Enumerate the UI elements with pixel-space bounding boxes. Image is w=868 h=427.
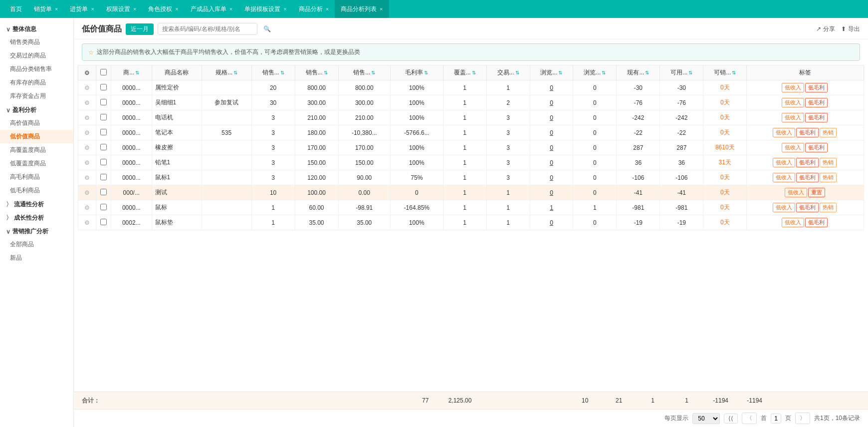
page-size-select[interactable]: 50 100 200 bbox=[692, 413, 720, 424]
nav-roles[interactable]: 角色授权 × bbox=[142, 0, 184, 18]
sidebar-item-category-sales-rate[interactable]: 商品分类销售率 bbox=[0, 62, 73, 76]
first-page-button[interactable]: ⟨⟨ bbox=[724, 414, 738, 424]
nav-sales-order[interactable]: 销货单 × bbox=[28, 0, 64, 18]
prev-page-button[interactable]: 〈 bbox=[742, 413, 757, 424]
checkbox-cell[interactable] bbox=[96, 110, 111, 125]
sidebar-group-overall[interactable]: ∨ 整体信息 bbox=[0, 22, 73, 35]
nav-product-analysis-list[interactable]: 商品分析列表 × bbox=[335, 0, 389, 18]
sidebar-item-sales-goods[interactable]: 销售类商品 bbox=[0, 35, 73, 49]
row-checkbox[interactable] bbox=[100, 219, 107, 225]
view1-link[interactable]: 0 bbox=[550, 129, 553, 136]
row-checkbox[interactable] bbox=[100, 159, 107, 165]
sidebar-item-all-goods[interactable]: 全部商品 bbox=[0, 238, 73, 251]
tags-cell: 低收入低毛利 bbox=[747, 110, 864, 125]
checkbox-cell[interactable] bbox=[96, 80, 111, 95]
view1-link[interactable]: 0 bbox=[550, 99, 553, 106]
view1-cell[interactable]: 0 bbox=[530, 215, 573, 230]
search-input[interactable] bbox=[158, 23, 257, 35]
row-checkbox[interactable] bbox=[100, 129, 107, 135]
share-button[interactable]: ↗ 分享 bbox=[816, 25, 835, 33]
view1-cell[interactable]: 0 bbox=[530, 155, 573, 170]
nav-template-settings[interactable]: 单据模板设置 × bbox=[238, 0, 292, 18]
close-icon[interactable]: × bbox=[133, 6, 136, 12]
nav-permissions[interactable]: 权限设置 × bbox=[100, 0, 142, 18]
view1-link[interactable]: 0 bbox=[550, 219, 553, 226]
close-icon[interactable]: × bbox=[283, 6, 286, 12]
sidebar-item-low-coverage[interactable]: 低覆盖度商品 bbox=[0, 157, 73, 170]
sidebar-item-low-margin[interactable]: 低毛利商品 bbox=[0, 184, 73, 197]
sidebar-item-high-value[interactable]: 高价值商品 bbox=[0, 116, 73, 130]
sidebar-item-low-value[interactable]: 低价值商品 bbox=[0, 130, 73, 143]
view1-link[interactable]: 0 bbox=[550, 189, 553, 196]
view1-cell[interactable]: 0 bbox=[530, 185, 573, 200]
view1-cell[interactable]: 0 bbox=[530, 110, 573, 125]
close-icon[interactable]: × bbox=[229, 6, 232, 12]
next-page-button[interactable]: 〉 bbox=[795, 413, 810, 424]
settings-cell[interactable]: ⚙ bbox=[78, 125, 96, 140]
settings-cell[interactable]: ⚙ bbox=[78, 155, 96, 170]
filter-button[interactable]: 近一月 bbox=[126, 23, 154, 35]
view1-link[interactable]: 0 bbox=[550, 84, 553, 91]
row-checkbox[interactable] bbox=[100, 204, 107, 210]
row-checkbox[interactable] bbox=[100, 84, 107, 90]
view1-link[interactable]: 0 bbox=[550, 114, 553, 121]
checkbox-cell[interactable] bbox=[96, 155, 111, 170]
view1-cell[interactable]: 0 bbox=[530, 140, 573, 155]
close-icon[interactable]: × bbox=[55, 6, 58, 12]
sidebar-item-stock-funds[interactable]: 库存资金占用 bbox=[0, 89, 73, 103]
sidebar-group-growth[interactable]: 〉 成长性分析 bbox=[0, 211, 73, 224]
sidebar-group-profit[interactable]: ∨ 盈利分析 bbox=[0, 103, 73, 116]
settings-cell[interactable]: ⚙ bbox=[78, 95, 96, 110]
checkbox-cell[interactable] bbox=[96, 125, 111, 140]
checkbox-cell[interactable] bbox=[96, 185, 111, 200]
view1-cell[interactable]: 1 bbox=[530, 200, 573, 215]
row-checkbox[interactable] bbox=[100, 189, 107, 195]
settings-cell[interactable]: ⚙ bbox=[78, 185, 96, 200]
sidebar-item-high-coverage[interactable]: 高覆盖度商品 bbox=[0, 143, 73, 157]
nav-purchase-order[interactable]: 进货单 × bbox=[64, 0, 100, 18]
checkbox-cell[interactable] bbox=[96, 140, 111, 155]
nav-product-storage[interactable]: 产成品入库单 × bbox=[185, 0, 238, 18]
view1-link[interactable]: 0 bbox=[550, 159, 553, 166]
row-checkbox[interactable] bbox=[100, 99, 107, 105]
close-icon[interactable]: × bbox=[91, 6, 94, 12]
sidebar-item-new-goods[interactable]: 新品 bbox=[0, 251, 73, 265]
settings-cell[interactable]: ⚙ bbox=[78, 200, 96, 215]
close-icon[interactable]: × bbox=[326, 6, 329, 12]
row-checkbox[interactable] bbox=[100, 114, 107, 120]
settings-cell[interactable]: ⚙ bbox=[78, 215, 96, 230]
settings-cell[interactable]: ⚙ bbox=[78, 80, 96, 95]
close-icon[interactable]: × bbox=[380, 6, 383, 12]
sidebar-item-stock-goods[interactable]: 有库存的商品 bbox=[0, 76, 73, 89]
table-container[interactable]: ⚙ 商...⇅ 商品名称 规格...⇅ 销售...⇅ 销售...⇅ 销售...⇅… bbox=[74, 65, 868, 392]
checkbox-cell[interactable] bbox=[96, 170, 111, 185]
export-button[interactable]: ⬆ 导出 bbox=[841, 25, 860, 33]
view1-link[interactable]: 1 bbox=[550, 204, 553, 211]
sidebar-group-flow[interactable]: 〉 流通性分析 bbox=[0, 197, 73, 211]
nav-product-analysis[interactable]: 商品分析 × bbox=[293, 0, 335, 18]
settings-col-header[interactable]: ⚙ bbox=[78, 65, 96, 80]
footer-amount: 2,125.00 bbox=[444, 395, 476, 406]
sidebar-item-traded-goods[interactable]: 交易过的商品 bbox=[0, 49, 73, 62]
row-checkbox[interactable] bbox=[100, 174, 107, 180]
settings-cell[interactable]: ⚙ bbox=[78, 170, 96, 185]
view1-link[interactable]: 0 bbox=[550, 144, 553, 151]
close-icon[interactable]: × bbox=[175, 6, 178, 12]
search-icon[interactable]: 🔍 bbox=[263, 25, 271, 32]
checkbox-cell[interactable] bbox=[96, 95, 111, 110]
checkbox-cell[interactable] bbox=[96, 200, 111, 215]
settings-cell[interactable]: ⚙ bbox=[78, 110, 96, 125]
nav-home[interactable]: 首页 bbox=[4, 0, 28, 18]
view1-link[interactable]: 0 bbox=[550, 174, 553, 181]
view1-cell[interactable]: 0 bbox=[530, 80, 573, 95]
select-all-checkbox[interactable] bbox=[100, 69, 107, 75]
view1-cell[interactable]: 0 bbox=[530, 125, 573, 140]
view1-cell[interactable]: 0 bbox=[530, 170, 573, 185]
sidebar-item-high-margin[interactable]: 高毛利商品 bbox=[0, 170, 73, 184]
checkbox-col-header[interactable] bbox=[96, 65, 111, 80]
view1-cell[interactable]: 0 bbox=[530, 95, 573, 110]
checkbox-cell[interactable] bbox=[96, 215, 111, 230]
sidebar-group-marketing[interactable]: ∨ 营销推广分析 bbox=[0, 224, 73, 238]
settings-cell[interactable]: ⚙ bbox=[78, 140, 96, 155]
row-checkbox[interactable] bbox=[100, 144, 107, 150]
